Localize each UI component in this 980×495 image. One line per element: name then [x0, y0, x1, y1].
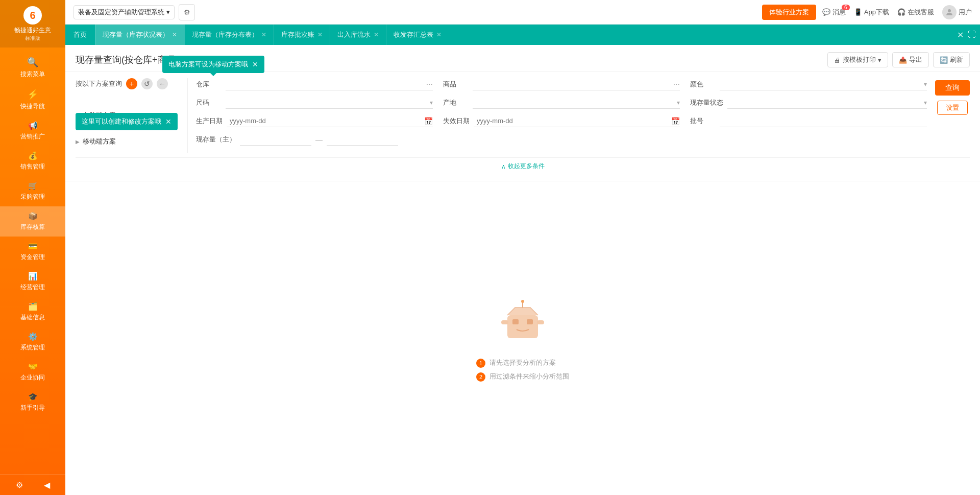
filter-color-chevron[interactable]: ▾	[924, 81, 927, 88]
collapse-icon: ∧	[501, 163, 506, 170]
tab-expand-btn[interactable]: ⛶	[968, 30, 976, 39]
filter-goods-input[interactable]	[473, 78, 671, 90]
filter-stock-status-input[interactable]	[727, 97, 922, 108]
refresh-plan-btn[interactable]: ↺	[141, 78, 153, 89]
svg-rect-2	[512, 319, 519, 324]
sidebar-item-system[interactable]: ⚙️系统管理	[0, 327, 65, 357]
filter-origin-input[interactable]	[473, 97, 675, 108]
main-area: 装备及固定资产辅助管理系统 ▾ ⚙ 体验行业方案 💬 消息 6 📱 App下载 …	[65, 0, 980, 495]
filter-stock-status-chevron[interactable]: ▾	[924, 99, 927, 106]
sidebar-item-marketing[interactable]: 📢营销推广	[0, 116, 65, 146]
tab-close-stock-batch[interactable]: ✕	[317, 31, 323, 38]
filter-warehouse-label: 仓库	[196, 80, 222, 89]
sidebar-item-guide[interactable]: 🎓新手引导	[0, 387, 65, 417]
brand-name: 畅捷通好生意 标准版	[14, 27, 51, 41]
tab-in-out-flow[interactable]: 出入库流水 ✕	[330, 25, 386, 45]
query-button[interactable]: 查询	[935, 80, 970, 96]
filter-size-input[interactable]	[226, 97, 428, 108]
mobile-plan-label: 移动端方案	[83, 137, 116, 146]
tooltip2-close-btn[interactable]: ✕	[165, 117, 172, 126]
sidebar-item-finance[interactable]: 💳资金管理	[0, 237, 65, 267]
tab-bar-right: ✕ ⛶	[957, 30, 980, 40]
query-section: 按以下方案查询 + ↺ ← 电脑方案可设为移动方案哦 ✕ 这里可以创建和修改方案…	[65, 72, 980, 181]
filter-expire-date-calendar[interactable]: 📅	[671, 117, 680, 125]
filter-batch-no-wrap	[720, 115, 927, 127]
tab-stock-status[interactable]: 现存量（库存状况表） ✕	[95, 25, 184, 45]
filter-produce-date-wrap: 📅	[227, 115, 433, 127]
filter-expire-date-input[interactable]	[474, 115, 669, 127]
tab-home[interactable]: 首页	[65, 25, 95, 45]
filter-stock-qty-to-wrap	[327, 133, 398, 146]
print-button[interactable]: 🖨 按模板打印 ▾	[827, 52, 888, 67]
filter-origin-chevron[interactable]: ▾	[677, 99, 680, 106]
tab-stock-dist[interactable]: 现存量（库存分布表） ✕	[184, 25, 274, 45]
filter-batch-no-input[interactable]	[720, 115, 927, 127]
system-selector-chevron: ▾	[166, 8, 170, 16]
message-button[interactable]: 💬 消息 6	[822, 8, 846, 17]
sidebar-item-sales[interactable]: 💰销售管理	[0, 146, 65, 176]
filter-warehouse-dots[interactable]: ···	[426, 80, 433, 89]
sidebar-item-quick-nav[interactable]: ⚡快捷导航	[0, 84, 65, 116]
query-label: 按以下方案查询	[76, 79, 122, 88]
mobile-plan-arrow[interactable]: ▶	[76, 139, 80, 145]
filter-size-wrap: ▾	[226, 97, 433, 109]
system-name-area: 装备及固定资产辅助管理系统 ▾ ⚙	[74, 4, 756, 20]
tab-close-all-btn[interactable]: ✕	[957, 30, 964, 40]
export-button[interactable]: 📤 导出	[892, 52, 929, 67]
filter-stock-qty-to[interactable]	[327, 133, 398, 145]
filter-produce-date: 生产日期 📅	[196, 115, 433, 127]
filter-size-label: 尺码	[196, 98, 222, 107]
plan-selector-area: 按以下方案查询 + ↺ ← 电脑方案可设为移动方案哦 ✕ 这里可以创建和修改方案…	[76, 78, 188, 153]
filter-origin: 产地 ▾	[443, 97, 680, 109]
tab-close-stock-dist[interactable]: ✕	[261, 31, 266, 38]
sidebar-collapse-btn[interactable]: ◀	[44, 480, 50, 490]
hint-num-1: 1	[476, 359, 485, 368]
sidebar-item-enterprise[interactable]: 🤝企业协同	[0, 357, 65, 387]
tab-close-stock-status[interactable]: ✕	[172, 31, 177, 38]
user-avatar	[942, 5, 957, 19]
svg-rect-1	[507, 315, 538, 338]
user-name: 用户	[959, 8, 972, 17]
filter-color-label: 颜色	[690, 80, 716, 89]
filter-goods-label: 商品	[443, 80, 469, 89]
hint-num-2: 2	[476, 372, 485, 382]
filter-expire-date: 失效日期 📅	[443, 115, 680, 127]
refresh-button[interactable]: 🔄 刷新	[933, 52, 970, 67]
filter-produce-date-input[interactable]	[227, 115, 422, 127]
system-selector[interactable]: 装备及固定资产辅助管理系统 ▾	[74, 5, 175, 19]
industry-button[interactable]: 体验行业方案	[762, 5, 816, 20]
svg-rect-6	[501, 320, 508, 324]
filter-stock-qty-from[interactable]	[240, 133, 311, 145]
tab-recv-summary[interactable]: 收发存汇总表 ✕	[386, 25, 449, 45]
gear-button[interactable]: ⚙	[179, 4, 195, 20]
tab-stock-batch[interactable]: 库存批次账 ✕	[274, 25, 330, 45]
filter-color-wrap: ▾	[720, 78, 927, 90]
filter-size-chevron[interactable]: ▾	[430, 99, 433, 106]
filter-goods-dots[interactable]: ···	[673, 80, 680, 89]
filter-warehouse-input[interactable]	[226, 78, 424, 90]
set-button[interactable]: 设置	[937, 101, 968, 115]
tab-close-recv-summary[interactable]: ✕	[436, 31, 442, 38]
online-service-button[interactable]: 🎧 在线客服	[897, 8, 934, 17]
tab-close-in-out-flow[interactable]: ✕	[374, 31, 379, 38]
prev-plan-btn[interactable]: ←	[157, 78, 168, 89]
sidebar-item-stock[interactable]: 📦库存核算	[0, 206, 65, 237]
filter-goods: 商品 ···	[443, 78, 680, 90]
sidebar-item-operations[interactable]: 📊经营管理	[0, 267, 65, 297]
mobile-plan-group[interactable]: ▶ 移动端方案	[76, 136, 181, 147]
collapse-btn[interactable]: ∧ 收起更多条件	[501, 162, 545, 171]
tooltip1-close-btn[interactable]: ✕	[252, 60, 258, 68]
filter-row-1: 仓库 ··· 商品	[196, 78, 927, 90]
filter-stock-status-wrap: ▾	[727, 97, 927, 109]
filter-produce-date-calendar[interactable]: 📅	[424, 117, 433, 125]
user-area[interactable]: 用户	[942, 5, 972, 19]
app-download-button[interactable]: 📱 App下载	[854, 8, 889, 17]
filter-row-3: 生产日期 📅 失效日期	[196, 115, 927, 127]
sidebar-item-purchase[interactable]: 🛒采购管理	[0, 176, 65, 206]
sidebar-item-basic[interactable]: 🗂️基础信息	[0, 297, 65, 327]
filter-goods-wrap: ···	[473, 78, 680, 90]
filter-color-input[interactable]	[720, 78, 922, 90]
sidebar-item-search[interactable]: 🔍搜索菜单	[0, 52, 65, 84]
sidebar-settings-btn[interactable]: ⚙	[16, 480, 23, 490]
add-plan-btn[interactable]: +	[126, 78, 137, 89]
